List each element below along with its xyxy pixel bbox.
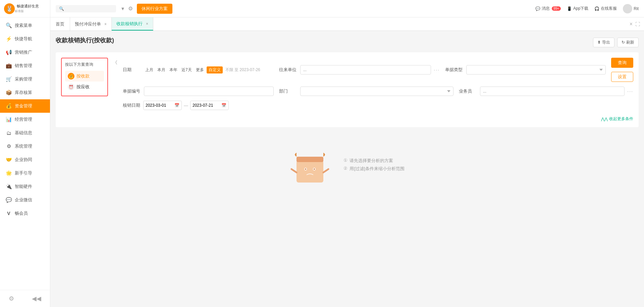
sidebar-item-enterprise[interactable]: 🤝 企业协同 [0, 153, 50, 166]
finance-icon: 💰 [5, 103, 12, 109]
voucher-no-input[interactable] [144, 87, 274, 96]
counterparty-input[interactable] [300, 65, 431, 74]
writeoff-date-start-input[interactable]: 📅 [143, 101, 182, 110]
app-download-button[interactable]: 📱 App下载 [567, 6, 588, 11]
this-year-btn[interactable]: 本年 [168, 66, 179, 73]
sidebar-item-wechat[interactable]: 💬 企业微信 [0, 193, 50, 207]
sidebar-item-sales[interactable]: 💼 销售管理 [0, 59, 50, 72]
sidebar-item-basic-info[interactable]: 🗂 基础信息 [0, 126, 50, 140]
header-search[interactable]: 🔍 [56, 5, 116, 12]
counterparty-filter-group: 往来单位 ··· [279, 65, 440, 74]
writeoff-date-group: 核销日期 📅 — 📅 [123, 101, 229, 110]
sidebar-item-label: 销售管理 [15, 63, 32, 69]
staff-label: 业务员 [459, 88, 477, 94]
sidebar-item-label: 快捷导航 [15, 36, 32, 42]
sidebar-item-quick-nav[interactable]: ⚡ 快捷导航 [0, 32, 50, 46]
tab-prepay-label: 预付冲应付单 [75, 21, 101, 27]
sidebar-item-marketing[interactable]: 📢 营销推广 [0, 46, 50, 59]
collapse-button[interactable]: 《 [112, 59, 118, 66]
filter-panel: 按以下方案查询 💰 按收款 ⏰ 按应收 《 [56, 52, 639, 127]
tab-writeoff-label: 收款核销执行 [116, 21, 143, 27]
svg-point-4 [305, 168, 306, 170]
doc-type-select[interactable] [466, 65, 606, 74]
quick-nav-icon: ⚡ [5, 36, 12, 42]
writeoff-date-end-input[interactable]: 📅 [190, 101, 229, 110]
svg-rect-0 [297, 161, 323, 183]
calendar-start-icon[interactable]: 📅 [174, 103, 179, 108]
svg-line-7 [323, 169, 328, 172]
basic-info-icon: 🗂 [5, 130, 12, 136]
filter-row-1: 日期 上月 本月 本年 近7天 更多 自定义 不限 至 2023-07-26 [123, 58, 633, 82]
sidebar-item-label: 基础信息 [15, 130, 32, 136]
query-button[interactable]: 查询 [611, 58, 633, 68]
system-icon: ⚙ [5, 143, 12, 150]
filter-by-receivable[interactable]: ⏰ 按应收 [65, 82, 104, 92]
sidebar-item-finance[interactable]: 💰 资金管理 [0, 99, 50, 113]
writeoff-start-value[interactable] [146, 103, 172, 108]
dept-select[interactable] [300, 87, 453, 96]
close-tab-prepay-icon[interactable]: × [104, 22, 107, 27]
content-wrapper: 收款核销执行(按收款) ⬆ 导出 ↻ 刷新 按以下方案 [56, 36, 639, 204]
content-area: 收款核销执行(按收款) ⬆ 导出 ↻ 刷新 按以下方案 [50, 31, 644, 307]
empty-state: ① 请先选择要分析的方案 ② 用[过滤]条件来缩小分析范围 [56, 127, 639, 204]
user-menu[interactable]: Rit [623, 4, 639, 13]
export-icon: ⬆ [597, 40, 601, 45]
sidebar-item-inventory[interactable]: 📦 库存核算 [0, 86, 50, 99]
last-7-days-btn[interactable]: 近7天 [180, 66, 193, 73]
hardware-icon: 🔌 [5, 183, 12, 190]
chevron-down-icon[interactable]: ▾ [121, 5, 124, 12]
message-button[interactable]: 💬 消息 99+ [535, 6, 561, 11]
filter-collapse-arrow: 《 [112, 58, 119, 122]
dept-label: 部门 [279, 88, 298, 94]
calendar-end-icon[interactable]: 📅 [221, 103, 226, 108]
collapse-more-btn[interactable]: ⋀⋀ 收起更多条件 [123, 116, 633, 122]
date-separator: — [184, 103, 188, 108]
empty-svg [290, 147, 330, 184]
tab-home[interactable]: 首页 [50, 17, 70, 31]
hint-number-1: ① [343, 158, 347, 163]
custom-date-btn[interactable]: 自定义 [207, 66, 223, 73]
sidebar-bottom: ⚙ ◀◀ [0, 290, 50, 307]
date-range-text: 不限 至 2023-07-26 [225, 67, 260, 73]
solution-button[interactable]: 休闲行业方案 [137, 4, 172, 14]
gear-icon[interactable]: ⚙ [128, 5, 133, 12]
staff-input[interactable] [480, 87, 625, 96]
sidebar-item-management[interactable]: 📊 经营管理 [0, 113, 50, 126]
message-label: 消息 [542, 6, 550, 11]
online-service-button[interactable]: 🎧 在线客服 [594, 6, 617, 11]
close-all-tabs-icon[interactable]: × [630, 21, 633, 27]
svg-line-6 [291, 169, 297, 172]
message-icon: 💬 [535, 6, 540, 11]
counterparty-select-btn[interactable]: ··· [434, 67, 440, 72]
sidebar-item-guide[interactable]: 🌟 新手引导 [0, 166, 50, 180]
hint-text-2: 用[过滤]条件来缩小分析范围 [350, 166, 404, 172]
sidebar-item-system[interactable]: ⚙ 系统管理 [0, 140, 50, 153]
sidebar-item-label: 企业协同 [15, 157, 32, 163]
writeoff-end-value[interactable] [193, 103, 219, 108]
headset-icon: 🎧 [594, 6, 599, 11]
filter-by-receipt[interactable]: 💰 按收款 [65, 71, 104, 82]
settings-icon[interactable]: ⚙ [6, 294, 17, 304]
empty-hint-2: ② 用[过滤]条件来缩小分析范围 [343, 166, 404, 172]
empty-hint-1: ① 请先选择要分析的方案 [343, 158, 404, 164]
this-month-btn[interactable]: 本月 [156, 66, 167, 73]
page-title: 收款核销执行(按收款) [56, 36, 114, 44]
tab-prepay[interactable]: 预付冲应付单 × [70, 17, 112, 31]
expand-tabs-icon[interactable]: ⛶ [635, 21, 640, 27]
tab-writeoff[interactable]: 收款核销执行 × [112, 17, 153, 31]
settings-button[interactable]: 设置 [611, 72, 633, 82]
filter-row-2: 单据编号 部门 业务员 [123, 87, 633, 96]
more-date-btn[interactable]: 更多 [195, 66, 205, 73]
collapse-sidebar-icon[interactable]: ◀◀ [29, 294, 44, 304]
close-tab-writeoff-icon[interactable]: × [146, 21, 148, 26]
sidebar-item-hardware[interactable]: 🔌 智能硬件 [0, 180, 50, 193]
sidebar-item-purchase[interactable]: 🛒 采购管理 [0, 72, 50, 86]
staff-select-btn[interactable]: ··· [627, 89, 633, 94]
purchase-icon: 🛒 [5, 76, 12, 83]
empty-illustration [290, 147, 330, 184]
sidebar-item-search[interactable]: 🔍 搜索菜单 [0, 19, 50, 32]
last-month-btn[interactable]: 上月 [144, 66, 155, 73]
export-button[interactable]: ⬆ 导出 [593, 38, 614, 47]
sidebar-item-vip[interactable]: V 畅会员 [0, 207, 50, 220]
refresh-button[interactable]: ↻ 刷新 [617, 38, 639, 47]
